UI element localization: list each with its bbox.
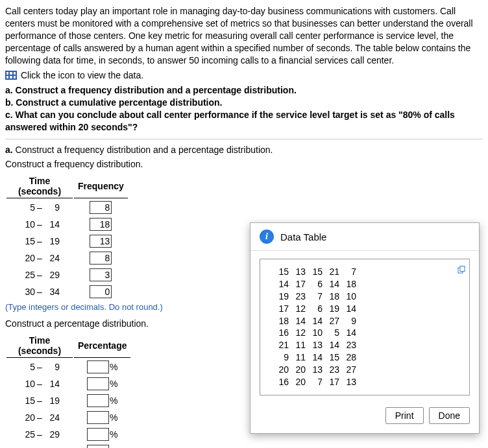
table-row: 5–9 xyxy=(6,200,128,215)
data-row: 171261914 xyxy=(272,303,458,315)
data-table-icon[interactable] xyxy=(5,71,17,80)
pct-input[interactable] xyxy=(87,394,109,407)
freq-input[interactable] xyxy=(90,285,112,298)
col-header-percentage: Percentage xyxy=(74,334,130,358)
pct-unit: % xyxy=(110,362,117,372)
data-cell: 15 xyxy=(306,266,323,278)
print-button[interactable]: Print xyxy=(385,407,424,424)
data-cell: 14 xyxy=(323,339,339,351)
data-cell: 6 xyxy=(306,303,323,315)
data-cell: 7 xyxy=(339,266,356,278)
data-cell: 20 xyxy=(289,376,306,388)
data-cell: 21 xyxy=(323,266,339,278)
freq-input[interactable] xyxy=(90,252,112,265)
data-cell: 13 xyxy=(289,266,306,278)
freq-instruction: Construct a frequency distribution. xyxy=(5,159,483,169)
data-cell: 14 xyxy=(306,351,323,364)
pct-input[interactable] xyxy=(87,445,109,448)
table-row: 25–29 xyxy=(6,267,128,283)
pct-unit: % xyxy=(110,429,117,440)
col-header-time-l2: (seconds) xyxy=(10,186,69,196)
data-cell: 17 xyxy=(289,278,306,290)
data-cell: 18 xyxy=(339,278,356,290)
pct-input[interactable] xyxy=(87,360,109,373)
frequency-table: Time (seconds) Frequency 5–9 10–14 15–19… xyxy=(5,173,129,301)
data-box: 1513152171417614181923718101712619141814… xyxy=(260,259,470,395)
pct-input[interactable] xyxy=(87,428,109,441)
table-row: 25–29 % xyxy=(6,427,130,442)
data-cell: 16 xyxy=(272,376,289,388)
data-cell: 9 xyxy=(339,315,356,327)
data-cell: 18 xyxy=(272,315,289,327)
modal-header: i Data Table xyxy=(250,223,479,251)
data-cell: 18 xyxy=(323,290,339,303)
data-cell: 11 xyxy=(289,339,306,351)
table-row: 10–14 % xyxy=(6,376,130,392)
view-data-text: Click the icon to view the data. xyxy=(21,70,143,80)
col-header-time-l2: (seconds) xyxy=(10,346,69,356)
data-table-modal: i Data Table 151315217141761418192371810… xyxy=(250,222,480,434)
table-row: 30–34 xyxy=(6,284,128,300)
data-row: 161210514 xyxy=(272,327,458,339)
data-cell: 17 xyxy=(272,303,289,315)
modal-title: Data Table xyxy=(280,231,326,242)
data-cell: 6 xyxy=(306,278,323,290)
data-cell: 5 xyxy=(323,327,339,339)
data-cell: 23 xyxy=(323,364,339,376)
data-cell: 14 xyxy=(323,278,339,290)
section-a-title: a. a. Construct a frequency distribution… xyxy=(5,145,483,155)
data-cell: 16 xyxy=(272,327,289,339)
data-cell: 15 xyxy=(272,266,289,278)
data-cell: 14 xyxy=(306,315,323,327)
data-cell: 19 xyxy=(272,290,289,303)
col-header-frequency: Frequency xyxy=(74,174,128,198)
intro-paragraph: Call centers today play an important rol… xyxy=(5,5,483,66)
data-cell: 20 xyxy=(272,364,289,376)
freq-input[interactable] xyxy=(90,201,112,214)
table-row: 20–24 xyxy=(6,250,128,266)
data-cell: 10 xyxy=(306,327,323,339)
data-cell: 11 xyxy=(289,351,306,364)
data-cell: 14 xyxy=(339,303,356,315)
data-cell: 15 xyxy=(323,351,339,364)
data-row: 2111131423 xyxy=(272,339,458,351)
freq-input[interactable] xyxy=(90,235,112,248)
data-cell: 14 xyxy=(339,327,356,339)
data-row: 162071713 xyxy=(272,376,458,388)
freq-input[interactable] xyxy=(90,268,112,281)
modal-footer: Print Done xyxy=(250,401,479,433)
divider xyxy=(5,139,483,139)
pct-input[interactable] xyxy=(87,411,109,424)
data-cell: 12 xyxy=(289,327,306,339)
data-cell: 12 xyxy=(289,303,306,315)
data-cell: 27 xyxy=(339,364,356,376)
done-button[interactable]: Done xyxy=(429,407,470,424)
data-cell: 28 xyxy=(339,351,356,364)
table-row: 10–14 xyxy=(6,217,128,232)
info-icon: i xyxy=(260,230,274,244)
freq-input[interactable] xyxy=(90,218,112,231)
data-cell: 13 xyxy=(339,376,356,388)
data-row: 181414279 xyxy=(272,315,458,327)
data-cell: 23 xyxy=(339,339,356,351)
data-cell: 7 xyxy=(306,290,323,303)
table-row: 15–19 % xyxy=(6,393,130,408)
question-b: b. Construct a cumulative percentage dis… xyxy=(5,97,483,109)
copy-icon[interactable] xyxy=(458,266,465,274)
data-cell: 13 xyxy=(306,364,323,376)
col-header-time-l1: Time xyxy=(10,176,69,186)
data-cell: 7 xyxy=(306,376,323,388)
table-row: 30–34 % xyxy=(6,443,130,448)
question-a: a. Construct a frequency distribution an… xyxy=(5,84,483,97)
pct-unit: % xyxy=(110,412,117,423)
percentage-table: Time (seconds) Percentage 5–9 % 10–14 % … xyxy=(5,333,132,448)
pct-input[interactable] xyxy=(87,377,109,390)
data-row: 141761418 xyxy=(272,278,458,290)
data-cell: 14 xyxy=(289,315,306,327)
svg-rect-1 xyxy=(460,266,465,272)
table-row: 20–24 % xyxy=(6,410,130,425)
data-cell: 9 xyxy=(272,351,289,364)
data-row: 911141528 xyxy=(272,351,458,364)
data-cell: 20 xyxy=(289,364,306,376)
data-cell: 27 xyxy=(323,315,339,327)
